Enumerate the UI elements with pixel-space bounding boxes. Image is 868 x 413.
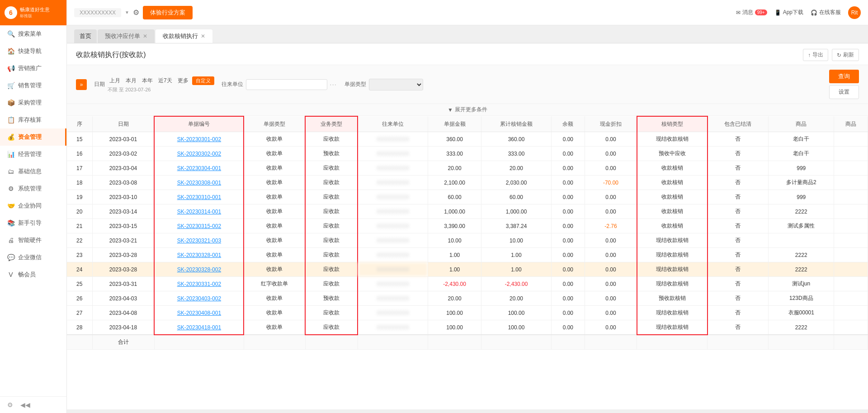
sidebar-item-sales[interactable]: 🛒销售管理 [0, 77, 66, 94]
logo-icon: 6 [5, 6, 17, 19]
partner-input[interactable] [246, 79, 327, 90]
settings-icon[interactable]: ⚙ [7, 401, 13, 408]
sidebar-label-marketing: 营销推广 [18, 64, 42, 72]
col-header-biz_type: 业务类型 [305, 116, 358, 132]
cell-bill_no[interactable]: SK-20230328-001 [154, 248, 244, 262]
cell-bill_no[interactable]: SK-20230321-003 [154, 233, 244, 248]
cell-bill_no[interactable]: SK-20230308-001 [154, 176, 244, 190]
cell-bill_no[interactable]: SK-20230302-002 [154, 147, 244, 161]
phone-icon: 📱 [774, 9, 781, 16]
tab-0[interactable]: 首页 [74, 29, 97, 43]
sidebar-label-inventory: 库存核算 [18, 116, 42, 124]
sidebar-item-purchase[interactable]: 📦采购管理 [0, 94, 66, 111]
cell-bill_no[interactable]: SK-20230331-002 [154, 277, 244, 291]
cell-biz_type: 应收款 [305, 248, 358, 262]
sidebar-item-guide[interactable]: 📚新手引导 [0, 214, 66, 232]
sidebar-item-search[interactable]: 🔍搜索菜单 [0, 25, 66, 43]
cell-no: 28 [67, 320, 92, 335]
app-download-btn[interactable]: 📱 App下载 [774, 9, 803, 16]
cell-include_settled: 否 [708, 306, 769, 320]
more-btn[interactable]: 更多 [176, 76, 190, 85]
cell-bill_no[interactable]: SK-20230301-002 [154, 132, 244, 147]
online-service-btn[interactable]: 🎧 在线客服 [811, 9, 841, 16]
sidebar-item-hardware[interactable]: 🖨智能硬件 [0, 232, 66, 249]
sidebar-item-wechat[interactable]: 💬企业微信 [0, 249, 66, 266]
dropdown-icon[interactable]: ▼ [125, 10, 129, 15]
cell-bill_no[interactable]: SK-20230304-001 [154, 161, 244, 176]
cell-bill_no[interactable]: SK-20230310-001 [154, 190, 244, 204]
sidebar-item-basic[interactable]: 🗂基础信息 [0, 163, 66, 180]
cell-partner: XXXXXXXXX [358, 176, 428, 190]
sidebar-item-marketing[interactable]: 📢营销推广 [0, 60, 66, 77]
cell-balance: 0.00 [551, 161, 585, 176]
bill-no-link[interactable]: SK-20230321-003 [177, 237, 221, 244]
sidebar-item-finance[interactable]: 💰资金管理 [0, 128, 66, 146]
cell-bill_type: 收款单 [244, 291, 305, 306]
export-btn[interactable]: ↑ 导出 [803, 49, 828, 61]
collapse-icon[interactable]: ◀◀ [20, 401, 30, 408]
bill-no-link[interactable]: SK-20230331-002 [177, 281, 221, 287]
last-7-days-btn[interactable]: 近7天 [156, 76, 174, 85]
this-month-btn[interactable]: 本月 [124, 76, 138, 85]
sidebar-item-system[interactable]: ⚙系统管理 [0, 180, 66, 197]
sidebar-label-enterprise: 企业协同 [18, 202, 42, 210]
cell-bill_no[interactable]: SK-20230403-002 [154, 291, 244, 306]
sidebar-item-member[interactable]: V畅会员 [0, 266, 66, 283]
tab-close-2[interactable]: ✕ [201, 33, 205, 39]
sidebar-item-inventory[interactable]: 📋库存核算 [0, 111, 66, 128]
cell-no: 15 [67, 132, 92, 147]
filter-settings-btn[interactable]: 设置 [829, 85, 859, 99]
tab-1[interactable]: 预收冲应付单✕ [98, 29, 155, 43]
industry-btn[interactable]: 体验行业方案 [143, 6, 193, 19]
cell-cash_discount: 0.00 [585, 306, 637, 320]
cell-bill_no[interactable]: SK-20230315-002 [154, 219, 244, 233]
sidebar-label-sales: 销售管理 [18, 81, 42, 90]
cell-include_settled: 否 [708, 219, 769, 233]
sidebar-item-quick-nav[interactable]: 🏠快捷导航 [0, 43, 66, 60]
sidebar-item-enterprise[interactable]: 🤝企业协同 [0, 197, 66, 214]
bill-no-link[interactable]: SK-20230310-001 [177, 194, 221, 200]
bill-no-link[interactable]: SK-20230314-001 [177, 209, 221, 215]
cell-include_settled: 否 [708, 233, 769, 248]
refresh-btn[interactable]: ↻ 刷新 [832, 49, 859, 61]
cell-bill_no[interactable]: SK-20230418-001 [154, 320, 244, 335]
tab-2[interactable]: 收款核销执行✕ [156, 29, 212, 43]
table-footer-row: 合计 [67, 335, 868, 350]
bill-no-link[interactable]: SK-20230308-001 [177, 180, 221, 186]
tab-close-1[interactable]: ✕ [143, 33, 147, 39]
bill-type-select[interactable] [369, 79, 423, 90]
messages-btn[interactable]: ✉ 消息 99+ [736, 9, 767, 16]
bill-no-link[interactable]: SK-20230403-002 [177, 295, 221, 302]
query-btn[interactable]: 查询 [829, 70, 859, 83]
partner-label: 往来单位 [222, 81, 243, 88]
bill-no-link[interactable]: SK-20230328-001 [177, 252, 221, 258]
cell-goods2 [834, 161, 868, 176]
avatar[interactable]: Rit [848, 6, 861, 19]
expand-btn[interactable]: ▼ 展开更多条件 [448, 106, 487, 114]
expand-icon: ▼ [448, 107, 453, 113]
bill-no-link[interactable]: SK-20230408-001 [177, 310, 221, 316]
cell-bill_no[interactable]: SK-20230314-001 [154, 204, 244, 219]
cell-bill_no[interactable]: SK-20230328-002 [154, 262, 244, 277]
cell-no: 21 [67, 219, 92, 233]
bill-no-link[interactable]: SK-20230304-001 [177, 165, 221, 171]
topbar-settings-icon[interactable]: ⚙ [133, 8, 139, 17]
cell-bill_no[interactable]: SK-20230408-001 [154, 306, 244, 320]
cell-partner: XXXXXXXXX [358, 306, 428, 320]
purchase-icon: 📦 [7, 99, 14, 106]
bill-no-link[interactable]: SK-20230301-002 [177, 136, 221, 142]
bill-no-link[interactable]: SK-20230328-002 [177, 266, 221, 273]
cell-partner: XXXXXXXXX [358, 204, 428, 219]
bill-no-link[interactable]: SK-20230418-001 [177, 324, 221, 331]
this-year-btn[interactable]: 本年 [140, 76, 155, 85]
cell-bill_type: 收款单 [244, 190, 305, 204]
sidebar-item-operations[interactable]: 📊经营管理 [0, 146, 66, 163]
filter-collapse-btn[interactable]: » [76, 79, 87, 90]
cell-cash_discount: 0.00 [585, 190, 637, 204]
custom-date-btn[interactable]: 自定义 [192, 76, 214, 85]
cell-goods: 2222 [769, 248, 834, 262]
last-month-btn[interactable]: 上月 [108, 76, 122, 85]
bill-no-link[interactable]: SK-20230315-002 [177, 223, 221, 229]
bill-no-link[interactable]: SK-20230302-002 [177, 151, 221, 157]
table-row: 162023-03-02SK-20230302-002收款单预收款XXXXXXX… [67, 147, 868, 161]
